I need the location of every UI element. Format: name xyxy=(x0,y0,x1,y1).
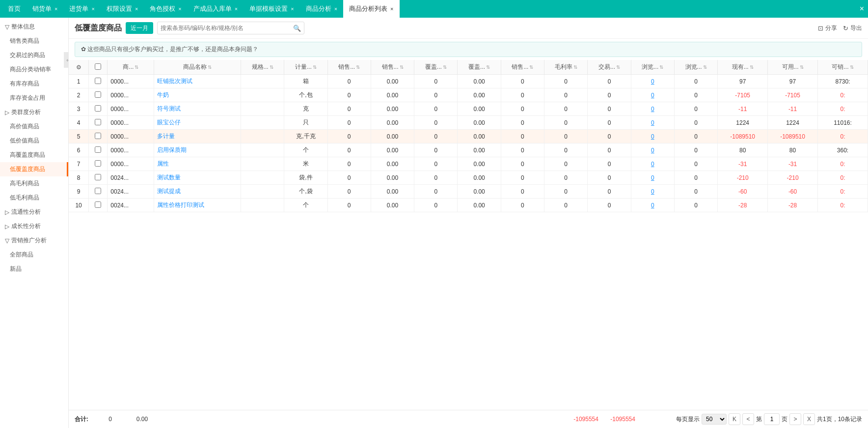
sidebar-collapse-button[interactable]: « xyxy=(64,52,69,68)
row-checkbox[interactable] xyxy=(89,88,108,102)
row-checkbox[interactable] xyxy=(89,157,108,171)
cover2-column-header[interactable]: 覆盖...⇅ xyxy=(458,60,501,75)
sales-count-column-header[interactable]: 销售...⇅ xyxy=(327,60,371,75)
row-view1[interactable]: 0 xyxy=(631,171,674,185)
sales-amount-column-header[interactable]: 销售...⇅ xyxy=(371,60,414,75)
nav-tab-template[interactable]: 单据模板设置 × xyxy=(244,0,299,18)
name-column-header[interactable]: 商品名称⇅ xyxy=(154,60,241,75)
share-button[interactable]: ⊡ 分享 xyxy=(818,24,837,32)
sidebar-group-cluster[interactable]: ▷ 类群度分析 xyxy=(0,105,68,119)
nav-tab-analysis[interactable]: 商品分析 × xyxy=(300,0,343,18)
row-checkbox[interactable] xyxy=(89,75,108,88)
sidebar-item-all-goods[interactable]: 全部商品 xyxy=(0,248,68,262)
sidebar-item-high-value[interactable]: 高价值商品 xyxy=(0,119,68,134)
sidebar-item-in-stock[interactable]: 有库存商品 xyxy=(0,77,68,91)
row-name[interactable]: 眼宝公仔 xyxy=(154,116,241,130)
row-view1[interactable]: 0 xyxy=(631,185,674,199)
row-name[interactable]: 符号测试 xyxy=(154,102,241,116)
row-view1[interactable]: 0 xyxy=(631,88,674,102)
close-icon[interactable]: × xyxy=(178,6,181,12)
nav-tab-analysis-list[interactable]: 商品分析列表 × xyxy=(343,0,399,18)
sales3-column-header[interactable]: 销售...⇅ xyxy=(501,60,544,75)
row-view1[interactable]: 0 xyxy=(631,102,674,116)
row-checkbox[interactable] xyxy=(89,171,108,185)
nav-tab-purchase[interactable]: 进货单 × xyxy=(63,0,100,18)
page-size-select[interactable]: 50 20 100 xyxy=(702,414,727,425)
trade-column-header[interactable]: 交易...⇅ xyxy=(588,60,631,75)
nav-tab-permission[interactable]: 权限设置 × xyxy=(101,0,144,18)
close-icon[interactable]: × xyxy=(291,6,294,12)
next-page-button[interactable]: > xyxy=(789,413,801,425)
row-name[interactable]: 测试提成 xyxy=(154,185,241,199)
filter-period-button[interactable]: 近一月 xyxy=(126,22,153,34)
code-column-header[interactable]: 商...⇅ xyxy=(108,60,154,75)
row-name[interactable]: 牛奶 xyxy=(154,88,241,102)
row-unit: 克,千克 xyxy=(284,130,327,143)
last-page-button[interactable]: X xyxy=(803,413,815,425)
gross-margin-column-header[interactable]: 毛利率⇅ xyxy=(544,60,588,75)
row-name[interactable]: 旺铺批次测试 xyxy=(154,75,241,88)
sidebar-item-category-rate[interactable]: 商品分类动销率 xyxy=(0,62,68,77)
row-view1[interactable]: 0 xyxy=(631,130,674,143)
current-stock-column-header[interactable]: 现有...⇅ xyxy=(718,60,768,75)
export-button[interactable]: ↻ 导出 xyxy=(843,24,862,32)
sidebar-item-sales-goods[interactable]: 销售类商品 xyxy=(0,34,68,48)
select-all-checkbox[interactable] xyxy=(95,63,101,70)
spec-column-header[interactable]: 规格...⇅ xyxy=(241,60,284,75)
close-icon[interactable]: × xyxy=(235,6,238,12)
row-name[interactable]: 测试数量 xyxy=(154,171,241,185)
sidebar-item-new-goods[interactable]: 新品 xyxy=(0,262,68,276)
close-icon[interactable]: × xyxy=(135,6,138,12)
row-view1[interactable]: 0 xyxy=(631,116,674,130)
search-icon[interactable]: 🔍 xyxy=(293,25,301,32)
table-footer: 合计: 0 0.00 -1095554 -1095554 每页显示 50 20 … xyxy=(69,410,868,428)
cover1-column-header[interactable]: 覆盖...⇅ xyxy=(414,60,458,75)
row-name[interactable]: 多计量 xyxy=(154,130,241,143)
nav-tab-role[interactable]: 角色授权 × xyxy=(144,0,187,18)
sidebar-item-low-coverage[interactable]: 低覆盖度商品 xyxy=(0,162,68,176)
row-checkbox[interactable] xyxy=(89,199,108,212)
close-icon[interactable]: × xyxy=(91,6,94,12)
sidebar-item-high-coverage[interactable]: 高覆盖度商品 xyxy=(0,148,68,162)
usable-stock-column-header[interactable]: 可用...⇅ xyxy=(768,60,818,75)
close-icon[interactable]: × xyxy=(334,6,337,12)
sidebar-item-stock-capital[interactable]: 库存资金占用 xyxy=(0,91,68,105)
nav-tab-product[interactable]: 产成品入库单 × xyxy=(188,0,244,18)
sidebar-item-high-gross[interactable]: 高毛利商品 xyxy=(0,176,68,191)
view1-column-header[interactable]: 浏览...⇅ xyxy=(631,60,674,75)
sidebar-item-low-gross[interactable]: 低毛利商品 xyxy=(0,191,68,205)
sidebar-group-growth[interactable]: ▷ 成长性分析 xyxy=(0,219,68,233)
sidebar-group-circulation[interactable]: ▷ 流通性分析 xyxy=(0,205,68,219)
row-view1[interactable]: 0 xyxy=(631,143,674,157)
row-checkbox[interactable] xyxy=(89,102,108,116)
row-checkbox[interactable] xyxy=(89,116,108,130)
nav-tab-sales[interactable]: 销货单 × xyxy=(27,0,63,18)
nav-tab-home[interactable]: 首页 xyxy=(2,0,27,18)
first-page-button[interactable]: K xyxy=(729,413,740,425)
settings-column-header[interactable]: ⚙ xyxy=(69,60,89,75)
sidebar-group-overview[interactable]: ▽ 整体信息 xyxy=(0,20,68,34)
sidebar-group-marketing[interactable]: ▽ 营销推广分析 xyxy=(0,233,68,248)
row-checkbox[interactable] xyxy=(89,143,108,157)
close-icon[interactable]: × xyxy=(54,6,57,12)
row-checkbox[interactable] xyxy=(89,130,108,143)
close-all-button[interactable]: × xyxy=(860,4,864,13)
row-name[interactable]: 属性 xyxy=(154,157,241,171)
row-view1[interactable]: 0 xyxy=(631,199,674,212)
row-sales3: 0 xyxy=(501,130,544,143)
search-input[interactable] xyxy=(161,25,291,31)
sidebar-item-low-value[interactable]: 低价值商品 xyxy=(0,134,68,148)
close-icon[interactable]: × xyxy=(390,6,393,12)
row-sales-count: 0 xyxy=(327,171,371,185)
unit-column-header[interactable]: 计量...⇅ xyxy=(284,60,327,75)
page-number-input[interactable] xyxy=(764,413,780,425)
sidebar-item-traded-goods[interactable]: 交易过的商品 xyxy=(0,48,68,62)
row-view1[interactable]: 0 xyxy=(631,157,674,171)
row-view1[interactable]: 0 xyxy=(631,75,674,88)
prev-page-button[interactable]: < xyxy=(742,413,754,425)
row-name[interactable]: 启用保质期 xyxy=(154,143,241,157)
view2-column-header[interactable]: 浏览...⇅ xyxy=(674,60,717,75)
sellable-column-header[interactable]: 可销...⇅ xyxy=(817,60,868,75)
row-name[interactable]: 属性价格打印测试 xyxy=(154,199,241,212)
row-checkbox[interactable] xyxy=(89,185,108,199)
